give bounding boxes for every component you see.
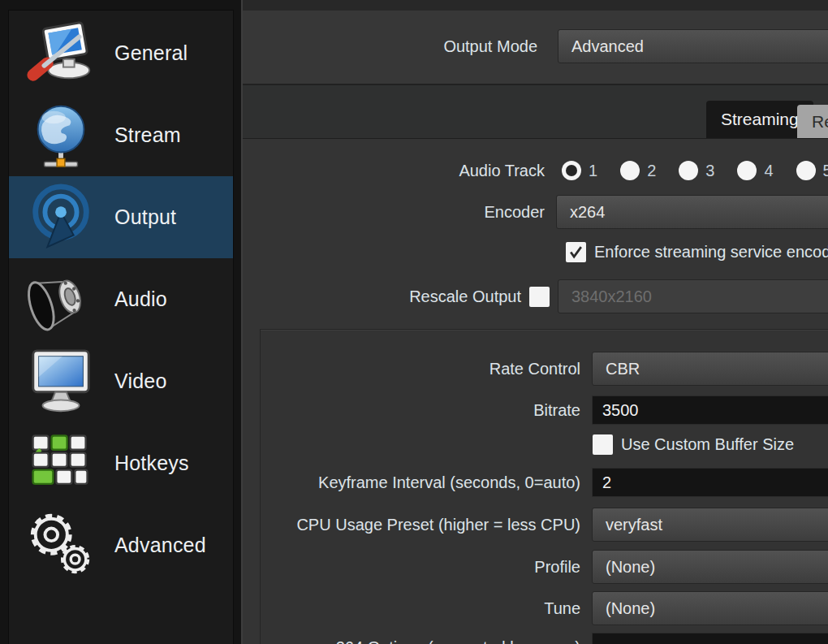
video-icon <box>19 346 103 417</box>
rescale-output-row: Rescale Output 3840x2160 <box>243 279 828 313</box>
tab-label: Recording <box>812 112 828 132</box>
profile-select[interactable]: (None) <box>592 550 828 584</box>
tab-recording[interactable]: Recording <box>797 105 828 138</box>
sidebar-item-hotkeys[interactable]: Hotkeys <box>9 422 233 504</box>
audio-track-label: Audio Track <box>243 162 545 180</box>
output-mode-value: Advanced <box>571 37 644 56</box>
advanced-icon <box>19 509 103 582</box>
audio-track-radio-2[interactable] <box>620 161 640 180</box>
custom-buffer-checkbox[interactable] <box>593 434 613 455</box>
output-mode-select[interactable]: Advanced <box>558 29 828 63</box>
bitrate-row: Bitrate 3500 <box>261 395 828 425</box>
tune-row: Tune (None) <box>261 591 828 625</box>
cpu-preset-row: CPU Usage Preset (higher = less CPU) ver… <box>261 508 828 542</box>
rescale-resolution-select[interactable]: 3840x2160 <box>558 279 828 313</box>
sidebar-item-audio[interactable]: Audio <box>9 258 233 340</box>
tune-select[interactable]: (None) <box>592 591 828 625</box>
encoder-label: Encoder <box>243 203 545 222</box>
audio-track-radio-5[interactable] <box>796 161 816 180</box>
encoder-settings-group: Rate Control CBR Bitrate 3500 Use Custom… <box>260 329 828 644</box>
cpu-preset-label: CPU Usage Preset (higher = less CPU) <box>261 516 580 534</box>
tune-value: (None) <box>606 599 655 618</box>
encoder-row: Encoder x264 <box>243 195 828 229</box>
rescale-output-checkbox[interactable] <box>529 287 550 307</box>
sidebar-item-output[interactable]: Output <box>9 176 233 258</box>
cpu-preset-select[interactable]: veryfast <box>592 508 828 542</box>
keyframe-interval-row: Keyframe Interval (seconds, 0=auto) 2 <box>261 468 828 497</box>
bitrate-input[interactable]: 3500 <box>592 395 828 425</box>
audio-track-radio-group: 1 2 3 4 5 <box>556 161 828 180</box>
audio-icon <box>19 263 103 336</box>
hotkeys-icon <box>19 428 103 499</box>
enforce-settings-row: Enforce streaming service encoder settin… <box>566 241 828 263</box>
keyframe-interval-label: Keyframe Interval (seconds, 0=auto) <box>261 473 580 492</box>
bitrate-value: 3500 <box>602 401 639 420</box>
general-icon <box>19 18 103 89</box>
profile-row: Profile (None) <box>261 550 828 584</box>
audio-track-option-1: 1 <box>562 161 597 180</box>
check-icon <box>568 244 584 260</box>
enforce-settings-label: Enforce streaming service encoder settin… <box>594 243 828 261</box>
sidebar-label: Advanced <box>114 534 206 557</box>
bitrate-label: Bitrate <box>261 401 580 420</box>
sidebar-label: Stream <box>114 123 181 147</box>
x264-options-input[interactable] <box>592 633 828 644</box>
rate-control-row: Rate Control CBR <box>261 352 828 386</box>
output-settings-panel: Output Mode Advanced Streaming Recording… <box>241 0 828 644</box>
output-mode-row: Output Mode Advanced <box>243 29 828 63</box>
rate-control-label: Rate Control <box>261 360 580 378</box>
audio-track-radio-3[interactable] <box>679 161 698 180</box>
audio-track-radio-4[interactable] <box>737 161 757 180</box>
x264-options-label: x264 Options (separated by space) <box>261 638 580 644</box>
output-icon <box>19 180 103 255</box>
rescale-output-label: Rescale Output <box>243 287 521 306</box>
settings-category-list: General <box>8 10 234 644</box>
audio-track-radio-1[interactable] <box>562 161 581 180</box>
obs-settings-window: General <box>0 0 828 644</box>
sidebar-label: General <box>114 41 188 65</box>
enforce-settings-checkbox[interactable] <box>566 242 586 262</box>
tune-label: Tune <box>261 599 580 618</box>
encoder-select[interactable]: x264 <box>556 195 828 229</box>
custom-buffer-label: Use Custom Buffer Size <box>621 435 794 454</box>
profile-label: Profile <box>261 558 580 577</box>
keyframe-interval-input[interactable]: 2 <box>592 468 828 497</box>
audio-track-option-3: 3 <box>679 161 714 180</box>
profile-value: (None) <box>606 558 655 577</box>
encoder-value: x264 <box>570 203 605 222</box>
sidebar-label: Video <box>114 370 167 393</box>
rate-control-select[interactable]: CBR <box>592 352 828 386</box>
sidebar-label: Output <box>114 205 176 229</box>
settings-sidebar: General <box>0 0 241 644</box>
audio-track-option-2: 2 <box>620 161 656 180</box>
cpu-preset-value: veryfast <box>606 516 662 534</box>
x264-options-row: x264 Options (separated by space) <box>261 633 828 644</box>
stream-icon <box>19 100 103 171</box>
rate-control-value: CBR <box>606 360 640 378</box>
top-strip <box>243 0 828 11</box>
rescale-resolution-value: 3840x2160 <box>571 287 652 306</box>
sidebar-item-stream[interactable]: Stream <box>9 94 233 176</box>
output-mode-label: Output Mode <box>243 37 537 56</box>
audio-track-option-5: 5 <box>796 161 828 180</box>
sidebar-item-advanced[interactable]: Advanced <box>9 504 233 586</box>
tab-label: Streaming <box>721 110 799 129</box>
sidebar-item-general[interactable]: General <box>9 12 233 94</box>
audio-track-row: Audio Track 1 2 3 4 <box>243 157 828 184</box>
sidebar-item-video[interactable]: Video <box>9 340 233 422</box>
sidebar-label: Audio <box>114 287 167 311</box>
keyframe-interval-value: 2 <box>602 473 611 492</box>
sidebar-label: Hotkeys <box>114 452 189 475</box>
audio-track-option-4: 4 <box>737 161 773 180</box>
custom-buffer-row: Use Custom Buffer Size <box>593 434 828 455</box>
